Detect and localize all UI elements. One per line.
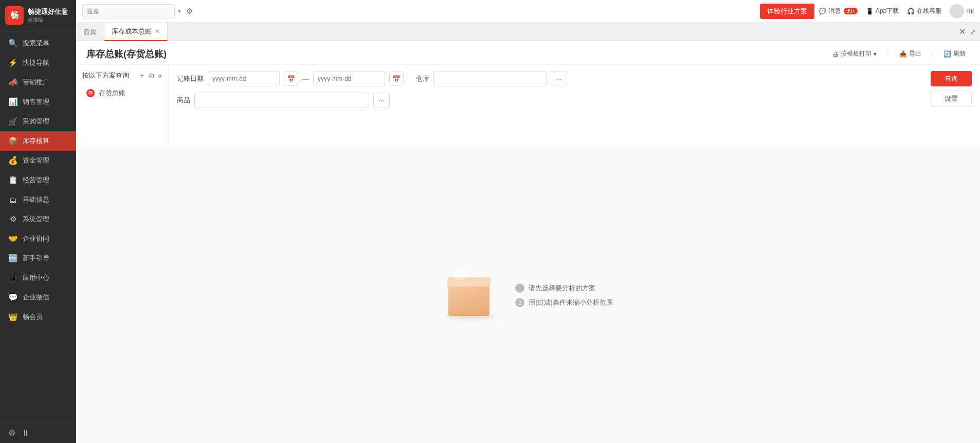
system-icon: ⚙ <box>8 215 17 224</box>
avatar <box>950 4 964 19</box>
tab-close-icon[interactable]: ✕ <box>155 28 160 35</box>
sidebar-item-wechat[interactable]: 💬 企业微信 <box>0 288 76 307</box>
tab-resize-icon[interactable]: ⤢ <box>970 28 976 36</box>
message-badge: 99+ <box>844 8 858 14</box>
hint-label-1: 请先选择要分析的方案 <box>529 283 595 293</box>
sidebar-item-sales[interactable]: 📊 销售管理 <box>0 92 76 112</box>
topbar-search-area: ▾ ⚙ <box>82 4 756 19</box>
empty-hint-2: 2 用[过滤]条件来缩小分析范围 <box>515 298 612 307</box>
sidebar-item-sales-label: 销售管理 <box>23 97 49 107</box>
sidebar-item-wechat-label: 企业微信 <box>23 293 49 302</box>
sidebar-item-member-label: 畅会员 <box>23 312 43 322</box>
search-input[interactable] <box>82 4 175 19</box>
hint-label-2: 用[过滤]条件来缩小分析范围 <box>529 298 612 307</box>
sidebar-item-marketing[interactable]: 📣 营销推广 <box>0 73 76 92</box>
refresh-label: 刷新 <box>953 49 966 58</box>
tab-home-label: 首页 <box>83 27 97 37</box>
date-separator: — <box>302 75 309 83</box>
filter-scheme-label: 按以下方案查询 <box>82 71 129 80</box>
page-header: 库存总账(存货总账) 🖨 按模板打印 ▾ | 📤 导出 | 🔄 刷新 <box>76 41 980 65</box>
sidebar-settings-icon[interactable]: ⚙ <box>8 428 15 438</box>
export-icon: 📤 <box>899 50 907 58</box>
page-content: 库存总账(存货总账) 🖨 按模板打印 ▾ | 📤 导出 | 🔄 刷新 <box>76 41 980 443</box>
quick-nav-icon: ⚡ <box>8 58 17 67</box>
app-center-icon: 📱 <box>8 273 17 282</box>
sidebar-item-purchase-label: 采购管理 <box>23 117 49 126</box>
box-body <box>448 285 489 316</box>
tabbar: 首页 库存成本总账 ✕ ✕ ⤢ <box>76 23 980 41</box>
empty-state: 1 请先选择要分析的方案 2 用[过滤]条件来缩小分析范围 <box>76 147 980 443</box>
scheme-item-inventory[interactable]: 存 存货总账 <box>82 85 162 101</box>
warehouse-input[interactable] <box>433 71 547 86</box>
product-input[interactable] <box>194 93 369 108</box>
refresh-button[interactable]: 🔄 刷新 <box>939 47 970 60</box>
filter-bar: 按以下方案查询 ＋ ⊙ « 存 存货总账 <box>76 65 980 147</box>
date-start-calendar-icon[interactable]: 📅 <box>284 72 298 86</box>
sidebar-item-marketing-label: 营销推广 <box>23 78 49 87</box>
online-service-item[interactable]: 🎧 在线客服 <box>907 7 941 15</box>
sidebar-item-search[interactable]: 🔍 搜索菜单 <box>0 33 76 53</box>
sidebar-item-guide-label: 新手引导 <box>23 254 49 263</box>
sidebar-item-member[interactable]: 👑 畅会员 <box>0 307 76 327</box>
user-avatar-item[interactable]: Rit <box>950 4 974 19</box>
collapse-scheme-icon[interactable]: « <box>158 72 162 80</box>
sidebar: 畅 畅捷通好生意 标准版 🔍 搜索菜单 ⚡ 快捷导航 📣 营销推广 📊 销售管理… <box>0 0 76 443</box>
sidebar-item-app-center-label: 应用中心 <box>23 273 49 282</box>
sidebar-item-operations[interactable]: 📋 经营管理 <box>0 170 76 190</box>
settings-gear-icon[interactable]: ⚙ <box>186 7 193 16</box>
warehouse-label: 仓库 <box>416 74 429 83</box>
logo-title: 畅捷通好生意 <box>28 7 68 16</box>
search-nav-icon: 🔍 <box>8 39 17 48</box>
date-start-input[interactable] <box>208 71 280 86</box>
tab-close-button[interactable]: ✕ <box>959 27 966 37</box>
export-button[interactable]: 📤 导出 <box>895 47 925 60</box>
sidebar-item-system[interactable]: ⚙ 系统管理 <box>0 209 76 229</box>
warehouse-more-icon[interactable]: ··· <box>551 71 567 86</box>
finance-icon: 💰 <box>8 156 17 165</box>
messages-item[interactable]: 💬 消息 99+ <box>819 7 858 15</box>
product-more-icon[interactable]: ··· <box>373 93 390 108</box>
sidebar-item-app-center[interactable]: 📱 应用中心 <box>0 268 76 288</box>
sidebar-audio-icon[interactable]: ⏸ <box>22 429 30 438</box>
query-button[interactable]: 查询 <box>931 71 972 86</box>
filter-product-row: 商品 ··· <box>177 93 922 108</box>
date-end-calendar-icon[interactable]: 📅 <box>389 72 404 86</box>
dropdown-arrow-icon[interactable]: ▾ <box>178 8 181 15</box>
sidebar-item-purchase[interactable]: 🛒 采购管理 <box>0 112 76 131</box>
box-shadow <box>446 313 495 320</box>
industry-solution-button[interactable]: 体验行业方案 <box>760 4 814 19</box>
filter-scheme-actions: ＋ ⊙ « <box>138 71 162 80</box>
app-download-item[interactable]: 📱 App下载 <box>866 7 899 15</box>
add-scheme-icon[interactable]: ＋ <box>138 71 146 80</box>
sidebar-nav: 🔍 搜索菜单 ⚡ 快捷导航 📣 营销推广 📊 销售管理 🛒 采购管理 📦 库存核… <box>0 31 76 422</box>
sidebar-item-system-label: 系统管理 <box>23 215 49 224</box>
sidebar-item-basics[interactable]: 🗂 基础信息 <box>0 190 76 209</box>
sidebar-item-quick-nav[interactable]: ⚡ 快捷导航 <box>0 53 76 73</box>
message-chat-icon: 💬 <box>819 8 826 15</box>
refresh-icon: 🔄 <box>943 50 951 58</box>
sidebar-item-inventory-label: 库存核算 <box>23 136 49 146</box>
sidebar-item-finance[interactable]: 💰 资金管理 <box>0 151 76 170</box>
tab-home[interactable]: 首页 <box>76 23 104 41</box>
print-label: 按模板打印 <box>841 49 872 58</box>
sidebar-item-basics-label: 基础信息 <box>23 195 49 204</box>
filter-right-panel: 记账日期 📅 — 📅 仓库 ··· <box>169 65 980 147</box>
operations-icon: 📋 <box>8 175 17 185</box>
page-title: 库存总账(存货总账) <box>86 48 167 60</box>
sidebar-item-guide[interactable]: 🆕 新手引导 <box>0 249 76 268</box>
print-button[interactable]: 🖨 按模板打印 ▾ <box>828 47 881 60</box>
hint-number-1: 1 <box>515 283 524 293</box>
sidebar-item-operations-label: 经营管理 <box>23 175 49 185</box>
hint-number-2: 2 <box>515 298 524 307</box>
sidebar-item-inventory[interactable]: 📦 库存核算 <box>0 131 76 151</box>
settings-scheme-icon[interactable]: ⊙ <box>149 72 155 80</box>
message-label: 消息 <box>828 7 841 15</box>
date-end-input[interactable] <box>313 71 385 86</box>
logo-icon: 畅 <box>5 6 24 25</box>
tab-inventory-cost[interactable]: 库存成本总账 ✕ <box>104 23 168 41</box>
purchase-icon: 🛒 <box>8 117 17 126</box>
divider-2: | <box>932 50 933 58</box>
sidebar-item-enterprise[interactable]: 🤝 企业协同 <box>0 229 76 249</box>
filter-settings-button[interactable]: 设置 <box>931 91 972 107</box>
product-label: 商品 <box>177 96 190 105</box>
